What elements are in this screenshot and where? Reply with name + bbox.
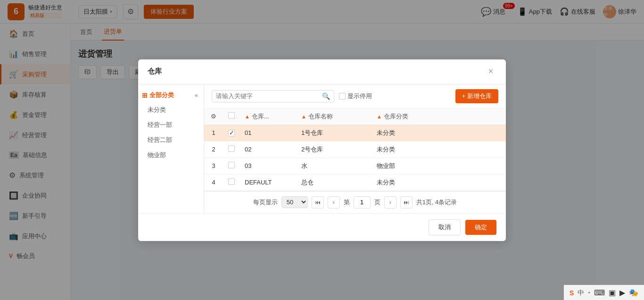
td-category: 未分类 xyxy=(372,125,506,141)
td-name: 总仓 xyxy=(297,174,372,191)
pagination-bar: 每页显示 50 10 20 100 ⏮ ‹ 第 页 › ⏭ xyxy=(204,192,506,213)
show-disabled-toggle[interactable]: 显示停用 xyxy=(339,92,372,100)
bottom-play-icon[interactable]: ▶ xyxy=(619,288,625,297)
dialog-sidebar: ⊞ 全部分类 « 未分类经营一部经营二部物业部 xyxy=(138,84,204,213)
select-all-checkbox[interactable] xyxy=(228,112,235,119)
confirm-button[interactable]: 确定 xyxy=(465,220,496,235)
dialog-overlay: 仓库 × ⊞ 全部分类 « 未分类经营一部经营二部物业部 xyxy=(0,0,644,300)
category-item[interactable]: 物业部 xyxy=(138,148,204,163)
td-code: 03 xyxy=(240,158,297,174)
th-gear: ⚙ xyxy=(204,108,223,125)
td-no: 2 xyxy=(204,141,223,158)
page-number-input[interactable] xyxy=(354,196,371,208)
per-page-label: 每页显示 xyxy=(253,198,278,207)
dialog-actions: 取消 确定 xyxy=(138,213,506,241)
category-list: 未分类经营一部经营二部物业部 xyxy=(138,102,204,163)
total-info: 共1页, 4条记录 xyxy=(416,198,457,207)
page-size-select[interactable]: 50 10 20 100 xyxy=(281,196,308,208)
warehouse-tbody: 1 ✓ 01 1号仓库 未分类 2 02 2号仓库 未分类 3 03 水 物业部… xyxy=(204,125,506,191)
category-item[interactable]: 经营二部 xyxy=(138,133,204,148)
td-checkbox[interactable]: ✓ xyxy=(223,125,240,141)
last-page-button[interactable]: ⏭ xyxy=(400,196,413,208)
td-no: 4 xyxy=(204,174,223,191)
table-row[interactable]: 2 02 2号仓库 未分类 xyxy=(204,141,506,158)
all-category-label[interactable]: 全部分类 xyxy=(149,91,174,100)
td-name: 2号仓库 xyxy=(297,141,372,158)
search-input[interactable] xyxy=(216,92,322,100)
warehouse-dialog: 仓库 × ⊞ 全部分类 « 未分类经营一部经营二部物业部 xyxy=(138,59,506,241)
dialog-footer-area: 每页显示 50 10 20 100 ⏮ ‹ 第 页 › ⏭ xyxy=(204,191,506,213)
search-box: 🔍 xyxy=(212,90,334,102)
page-unit: 页 xyxy=(374,198,380,207)
warehouse-table-area: ⚙ ▲ 仓库... ▲ 仓库名称 xyxy=(204,108,506,191)
td-checkbox[interactable] xyxy=(223,174,240,191)
table-row[interactable]: 1 ✓ 01 1号仓库 未分类 xyxy=(204,125,506,141)
td-code: 02 xyxy=(240,141,297,158)
td-code: 01 xyxy=(240,125,297,141)
th-checkbox xyxy=(223,108,240,125)
collapse-button[interactable]: « xyxy=(195,92,198,99)
cancel-button[interactable]: 取消 xyxy=(429,219,461,235)
bottom-dot: • xyxy=(588,289,590,296)
dialog-toolbar: 🔍 显示停用 + 新增仓库 xyxy=(204,84,506,108)
warehouse-table: ⚙ ▲ 仓库... ▲ 仓库名称 xyxy=(204,108,506,191)
show-disabled-checkbox[interactable] xyxy=(339,93,346,100)
table-row[interactable]: 3 03 水 物业部 xyxy=(204,158,506,174)
th-code: ▲ 仓库... xyxy=(240,108,297,125)
td-category: 未分类 xyxy=(372,174,506,191)
bottom-s-logo: S xyxy=(570,289,574,297)
bottom-zh-btn[interactable]: 中 xyxy=(578,289,584,297)
prev-page-button[interactable]: ‹ xyxy=(328,196,340,208)
category-item[interactable]: 经营一部 xyxy=(138,117,204,133)
table-row[interactable]: 4 DEFAULT 总仓 未分类 xyxy=(204,174,506,191)
td-name: 1号仓库 xyxy=(297,125,372,141)
category-item[interactable]: 未分类 xyxy=(138,102,204,117)
add-warehouse-button[interactable]: + 新增仓库 xyxy=(455,89,498,103)
bottom-screen-icon[interactable]: ▣ xyxy=(609,288,616,297)
th-name: ▲ 仓库名称 xyxy=(297,108,372,125)
td-category: 物业部 xyxy=(372,158,506,174)
td-code: DEFAULT xyxy=(240,174,297,191)
td-no: 1 xyxy=(204,125,223,141)
dialog-main: 🔍 显示停用 + 新增仓库 ⚙ xyxy=(204,84,506,213)
grid-icon: ⊞ xyxy=(142,92,148,99)
row-checkbox[interactable] xyxy=(228,162,235,168)
row-checkbox[interactable] xyxy=(228,178,235,185)
dialog-header: 仓库 × xyxy=(138,59,506,84)
td-checkbox[interactable] xyxy=(223,158,240,174)
first-page-button[interactable]: ⏮ xyxy=(312,196,324,208)
td-name: 水 xyxy=(297,158,372,174)
table-header-row: ⚙ ▲ 仓库... ▲ 仓库名称 xyxy=(204,108,506,125)
td-no: 3 xyxy=(204,158,223,174)
search-icon: 🔍 xyxy=(322,92,330,100)
td-category: 未分类 xyxy=(372,141,506,158)
dialog-title: 仓库 xyxy=(148,67,162,76)
next-page-button[interactable]: › xyxy=(384,196,396,208)
bottom-mask-icon[interactable]: 🎭 xyxy=(629,288,638,297)
bottom-keyboard-icon[interactable]: ⌨ xyxy=(594,288,605,297)
dialog-close-button[interactable]: × xyxy=(485,66,496,77)
td-checkbox[interactable] xyxy=(223,141,240,158)
page-label: 第 xyxy=(344,198,350,207)
row-checkbox[interactable]: ✓ xyxy=(228,130,235,136)
row-checkbox[interactable] xyxy=(228,145,235,152)
dialog-category-header: ⊞ 全部分类 « xyxy=(138,88,204,102)
bottom-bar: S 中 • ⌨ ▣ ▶ 🎭 xyxy=(564,285,644,300)
th-category: ▲ 仓库分类 xyxy=(372,108,506,125)
dialog-body: ⊞ 全部分类 « 未分类经营一部经营二部物业部 🔍 xyxy=(138,84,506,213)
